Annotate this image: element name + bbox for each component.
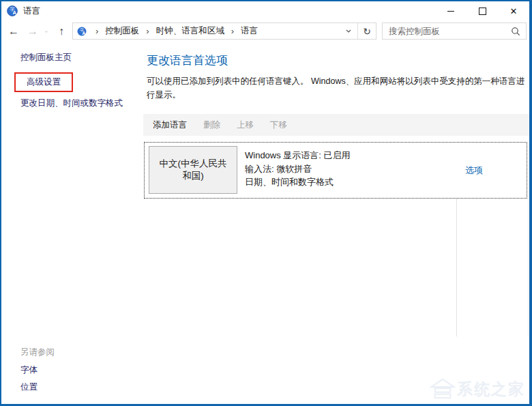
svg-text:A: A — [13, 10, 17, 16]
page-title: 更改语言首选项 — [147, 53, 228, 68]
see-also-header: 另请参阅 — [20, 347, 55, 358]
sidebar-item-location[interactable]: 位置 — [20, 381, 38, 393]
language-name: 中文(中华人民共和国) — [157, 158, 229, 182]
breadcrumb-control-panel[interactable]: 控制面板 — [104, 25, 141, 37]
language-toolbar: 添加语言 删除 上移 下移 — [143, 114, 529, 136]
minimize-icon — [447, 11, 454, 12]
window-title: 语言 — [23, 5, 40, 17]
watermark-text: 系统之家 — [457, 379, 525, 400]
move-up-button: 上移 — [237, 119, 254, 131]
breadcrumb: › 控制面板 › 时钟、语言和区域 › 语言 — [90, 25, 340, 37]
magnifier-icon[interactable] — [511, 27, 520, 36]
language-name-tile[interactable]: 中文(中华人民共和国) — [149, 146, 237, 194]
refresh-arrow-icon: ↻ — [363, 26, 371, 37]
breadcrumb-separator: › — [90, 26, 104, 36]
house-icon — [430, 378, 456, 400]
window-controls: ✕ — [435, 1, 529, 20]
detail-display-language: Windows 显示语言: 已启用 — [245, 149, 351, 162]
language-details: Windows 显示语言: 已启用 输入法: 微软拼音 日期、时间和数字格式 — [245, 149, 351, 189]
minimize-button[interactable] — [435, 1, 467, 20]
breadcrumb-language[interactable]: 语言 — [239, 25, 259, 37]
refresh-button[interactable]: ↻ — [357, 23, 376, 39]
advanced-settings-highlight-box: 高级设置 — [14, 72, 73, 92]
back-button[interactable]: ← — [5, 23, 22, 40]
breadcrumb-separator: › — [226, 26, 239, 36]
sidebar-item-change-date-time-number-formats[interactable]: 更改日期、时间或数字格式 — [20, 98, 123, 109]
move-down-button: 下移 — [270, 119, 287, 131]
chevron-down-icon — [346, 29, 351, 33]
close-button[interactable]: ✕ — [498, 1, 529, 20]
address-bar[interactable]: 字 A › 控制面板 › 时钟、语言和区域 › 语言 ↻ — [72, 23, 376, 40]
list-right-edge — [528, 142, 529, 336]
sidebar-item-fonts[interactable]: 字体 — [20, 364, 38, 376]
breadcrumb-separator: › — [141, 26, 154, 36]
language-control-panel-window: 字 A 语言 ✕ ← → ↑ 字 A › 控制面板 › 时钟、语 — [0, 0, 532, 406]
remove-language-button: 删除 — [203, 119, 220, 131]
add-language-button[interactable]: 添加语言 — [153, 119, 187, 131]
page-description: 可以使用已添加到列表中的任何语言键入。 Windows、应用和网站将以列表中受支… — [147, 74, 529, 102]
maximize-icon — [479, 8, 486, 15]
detail-date-time-number-format: 日期、时间和数字格式 — [245, 175, 351, 189]
recent-pages-chevron-icon[interactable] — [41, 23, 52, 40]
options-link[interactable]: 选项 — [465, 164, 483, 177]
up-button[interactable]: ↑ — [53, 23, 70, 40]
watermark: 系统之家 — [430, 378, 525, 400]
content-area: 控制面板主页 高级设置 更改日期、时间或数字格式 另请参阅 字体 位置 更改语言… — [1, 42, 529, 404]
search-box — [382, 23, 527, 40]
address-dropdown-button[interactable] — [340, 23, 357, 39]
maximize-button[interactable] — [467, 1, 498, 20]
title-bar: 字 A 语言 ✕ — [1, 1, 529, 20]
svg-text:A: A — [83, 30, 86, 35]
sidebar-item-advanced-settings[interactable]: 高级设置 — [27, 76, 61, 88]
language-globe-icon: 字 A — [7, 5, 18, 16]
language-list: 中文(中华人民共和国) Windows 显示语言: 已启用 输入法: 微软拼音 … — [143, 136, 529, 336]
sidebar-item-control-panel-home[interactable]: 控制面板主页 — [20, 52, 72, 63]
close-icon: ✕ — [510, 7, 518, 16]
search-input[interactable] — [383, 27, 511, 36]
breadcrumb-clock-language-region[interactable]: 时钟、语言和区域 — [155, 25, 226, 37]
navigation-bar: ← → ↑ 字 A › 控制面板 › 时钟、语言和区域 › 语言 ↻ — [1, 20, 529, 43]
language-globe-icon: 字 A — [77, 27, 87, 36]
forward-button[interactable]: → — [25, 23, 41, 40]
language-list-item-chinese[interactable]: 中文(中华人民共和国) Windows 显示语言: 已启用 输入法: 微软拼音 … — [144, 142, 527, 199]
detail-input-method: 输入法: 微软拼音 — [245, 162, 351, 176]
